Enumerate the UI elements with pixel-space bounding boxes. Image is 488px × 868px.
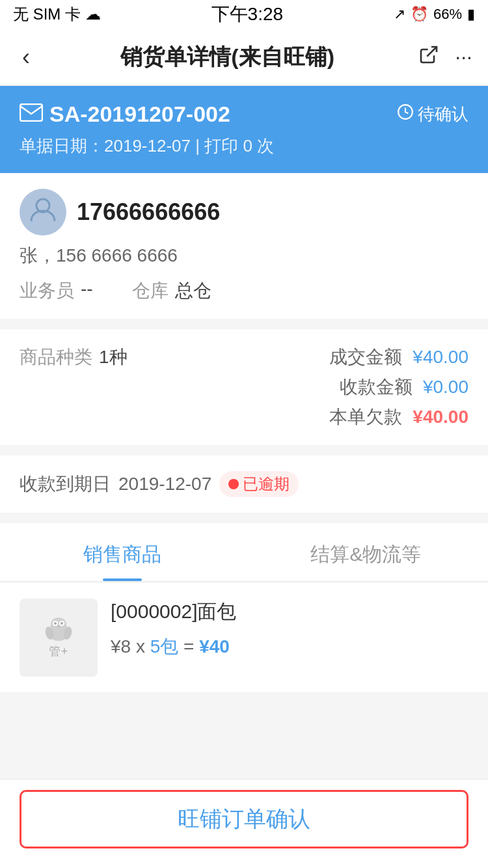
product-name: [0000002]面包 xyxy=(111,599,468,625)
overdue-text: 已逾期 xyxy=(243,474,290,495)
product-category: 商品种类 1种 xyxy=(20,345,128,370)
deal-amount-value: ¥40.00 xyxy=(413,347,468,368)
due-date-value: 2019-12-07 xyxy=(118,474,211,495)
battery-icon: ▮ xyxy=(467,6,475,23)
received-label: 收款金额 xyxy=(340,375,413,400)
product-info: [0000002]面包 ¥8 x 5包 = ¥40 xyxy=(111,599,468,659)
received-value: ¥0.00 xyxy=(423,377,468,398)
warehouse-value: 总仓 xyxy=(175,278,211,303)
svg-line-0 xyxy=(427,47,437,57)
customer-avatar xyxy=(20,189,66,236)
customer-phone: 17666666666 xyxy=(77,198,220,226)
deal-amount-row: 成交金额 ¥40.00 xyxy=(329,345,468,370)
category-value: 1种 xyxy=(99,345,128,370)
received-amount-row: 收款金额 ¥0.00 xyxy=(340,375,468,400)
tabs-row: 销售商品 结算&物流等 xyxy=(0,523,488,582)
svg-rect-1 xyxy=(20,104,42,121)
salesman-value: -- xyxy=(81,278,93,303)
product-thumbnail: 管+ xyxy=(20,599,98,677)
alarm-icon: ⏰ xyxy=(411,6,428,23)
warehouse-meta: 仓库 总仓 xyxy=(132,278,211,303)
product-price: ¥8 x 5包 = ¥40 xyxy=(111,634,468,659)
more-button[interactable]: ··· xyxy=(455,45,472,69)
owed-label: 本单欠款 xyxy=(329,405,402,429)
order-id: SA-20191207-002 xyxy=(20,102,230,127)
product-section: 管+ [0000002]面包 ¥8 x 5包 = ¥40 xyxy=(0,583,488,692)
amounts: 成交金额 ¥40.00 收款金额 ¥0.00 本单欠款 ¥40.00 xyxy=(329,345,468,429)
nav-bar: ‹ 销货单详情(来自旺铺) ··· xyxy=(0,29,488,86)
order-date: 单据日期：2019-12-07 | 打印 0 次 xyxy=(20,135,468,157)
location-icon: ↗ xyxy=(394,6,405,23)
deal-amount-label: 成交金额 xyxy=(329,345,402,370)
svg-point-9 xyxy=(61,622,63,625)
order-header: SA-20191207-002 待确认 单据日期：2019-12-07 | 打印… xyxy=(0,86,488,173)
salesman-label: 业务员 xyxy=(20,278,74,303)
status-left: 无 SIM 卡 ☁ xyxy=(13,4,101,25)
summary-section: 商品种类 1种 成交金额 ¥40.00 收款金额 ¥0.00 本单欠款 ¥40.… xyxy=(0,329,488,445)
clock-icon xyxy=(397,103,414,125)
due-date-section: 收款到期日 2019-12-07 已逾期 xyxy=(0,455,488,513)
status-time: 下午3:28 xyxy=(211,2,284,27)
equals-sign: = xyxy=(183,636,199,657)
avatar-icon xyxy=(29,195,57,230)
customer-meta: 业务员 -- 仓库 总仓 xyxy=(20,278,468,303)
owed-amount-row: 本单欠款 ¥40.00 xyxy=(329,405,468,429)
svg-point-8 xyxy=(54,622,57,625)
owed-value: ¥40.00 xyxy=(413,407,468,427)
customer-section: 17666666666 张，156 6666 6666 业务员 -- 仓库 总仓 xyxy=(0,173,488,319)
no-sim-text: 无 SIM 卡 ☁ xyxy=(13,4,101,25)
nav-actions: ··· xyxy=(418,44,472,70)
overdue-badge: 已逾期 xyxy=(219,471,299,497)
overdue-dot-icon xyxy=(228,479,239,489)
share-icon[interactable] xyxy=(418,44,439,70)
tab-sales-products[interactable]: 销售商品 xyxy=(0,523,244,581)
order-status: 待确认 xyxy=(397,103,468,126)
bottom-bar: 旺铺订单确认 xyxy=(0,779,488,868)
customer-name: 张，156 6666 6666 xyxy=(20,243,468,268)
tab-settlement[interactable]: 结算&物流等 xyxy=(244,523,488,581)
back-button[interactable]: ‹ xyxy=(16,37,36,77)
total-price: ¥40 xyxy=(199,636,230,657)
status-bar: 无 SIM 卡 ☁ 下午3:28 ↗ ⏰ 66% ▮ xyxy=(0,0,488,29)
category-label: 商品种类 xyxy=(20,345,92,370)
confirm-order-button[interactable]: 旺铺订单确认 xyxy=(20,790,468,848)
status-right: ↗ ⏰ 66% ▮ xyxy=(394,6,475,23)
battery-text: 66% xyxy=(433,6,462,23)
tabs-section: 销售商品 结算&物流等 xyxy=(0,523,488,582)
salesman-meta: 业务员 -- xyxy=(20,278,93,303)
multiply-sign: x xyxy=(136,636,150,657)
warehouse-label: 仓库 xyxy=(132,278,169,303)
order-mail-icon xyxy=(20,102,43,127)
due-date-label: 收款到期日 xyxy=(20,472,111,496)
unit-price: ¥8 xyxy=(111,636,131,657)
quantity: 5包 xyxy=(150,636,179,657)
product-item: 管+ [0000002]面包 ¥8 x 5包 = ¥40 xyxy=(20,599,468,677)
page-title: 销货单详情(来自旺铺) xyxy=(120,42,334,72)
